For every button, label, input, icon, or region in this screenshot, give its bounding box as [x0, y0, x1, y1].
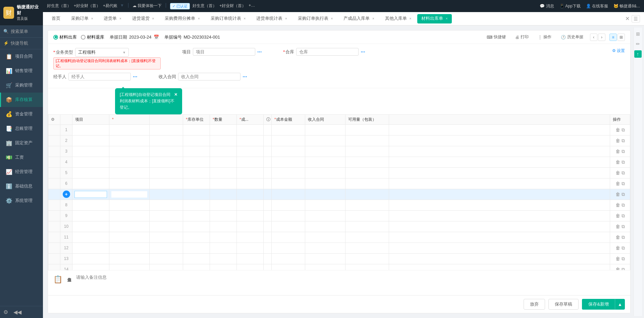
col-settings-icon[interactable]: ⚙	[51, 117, 55, 122]
row-material-cell[interactable]	[109, 178, 150, 189]
delete-row-btn[interactable]: 🗑	[615, 202, 620, 208]
link-haoyecai2[interactable]: +好业财（首）	[219, 3, 246, 9]
warehouse-input[interactable]	[296, 48, 359, 56]
project-input[interactable]	[193, 48, 255, 56]
tab-purchase-order[interactable]: 采购订单 ×	[66, 13, 98, 24]
delete-row-btn[interactable]: 🗑	[615, 159, 620, 165]
delete-row-btn[interactable]: 🗑	[615, 213, 620, 218]
delete-row-btn[interactable]: 🗑	[615, 267, 620, 270]
quick-nav[interactable]: ⚡ 快捷导航	[0, 38, 43, 49]
income-contract-input[interactable]	[178, 73, 240, 81]
discard-button[interactable]: 放弃	[524, 299, 545, 310]
row-material-cell[interactable]	[109, 243, 150, 253]
row-project-cell[interactable]	[72, 124, 109, 135]
row-project-cell[interactable]	[72, 200, 109, 210]
row-project-cell[interactable]	[72, 135, 109, 146]
save-new-button[interactable]: 保存&新增	[582, 299, 615, 310]
calendar-icon[interactable]: 📅	[154, 35, 159, 40]
tab-purchase-stats[interactable]: 采购订单统计表 ×	[206, 13, 250, 24]
right-icon-1[interactable]: ⊞	[634, 30, 642, 38]
th-settings[interactable]: ⚙	[48, 114, 60, 124]
delete-row-btn[interactable]: 🗑	[615, 224, 620, 229]
tab-return[interactable]: 进货退货 ×	[127, 13, 159, 24]
menu-btn[interactable]: ☰	[632, 15, 640, 22]
sidebar-item-system[interactable]: ⚙️ 系统管理	[0, 194, 43, 208]
copy-row-btn[interactable]: ⧉	[622, 245, 625, 251]
row-project-cell[interactable]	[72, 264, 109, 270]
delete-row-btn[interactable]: 🗑	[615, 127, 620, 132]
link-experience[interactable]: ☁ 我要体验一下	[132, 3, 162, 9]
copy-row-btn[interactable]: ⧉	[622, 159, 625, 165]
copy-row-btn[interactable]: ⧉	[622, 202, 625, 208]
row-material-input[interactable]	[111, 191, 147, 198]
project-dots-btn[interactable]: ···	[257, 49, 262, 55]
collapse-btn[interactable]: ◀◀	[13, 309, 21, 315]
sidebar-item-purchase[interactable]: 🛒 采购管理	[0, 78, 43, 93]
save-draft-button[interactable]: 保存草稿	[548, 299, 579, 310]
tab-purchase-exec[interactable]: 采购订单执行表 ×	[293, 13, 337, 24]
right-icon-green[interactable]: ↑	[634, 50, 642, 58]
sidebar-item-accounting[interactable]: 📑 总账管理	[0, 121, 43, 136]
handler-input[interactable]	[68, 73, 131, 81]
copy-row-btn[interactable]: ⧉	[622, 170, 625, 176]
message-btn[interactable]: 💬 消息	[540, 3, 554, 9]
copy-row-btn[interactable]: ⧉	[622, 224, 625, 229]
operations-btn[interactable]: ⋮ 操作	[535, 33, 554, 41]
link-haosy2[interactable]: 好生意（首）	[193, 3, 217, 9]
copy-row-btn[interactable]: ⧉	[622, 234, 625, 240]
grid-view-btn[interactable]: ⊞	[618, 34, 625, 41]
radio-material-out[interactable]: 材料出库	[53, 34, 77, 40]
handler-dots-btn[interactable]: ···	[133, 74, 137, 80]
sidebar-item-inventory[interactable]: 📦 库存核算	[0, 93, 43, 107]
row-project-cell[interactable]	[72, 210, 109, 221]
tab-finished-goods[interactable]: 产成品入库单 ×	[339, 13, 379, 24]
delete-row-btn[interactable]: 🗑	[615, 256, 620, 261]
save-new-dropdown-btn[interactable]: ▲	[615, 299, 625, 310]
delete-row-btn[interactable]: 🗑	[615, 170, 620, 175]
row-material-cell[interactable]	[109, 210, 150, 221]
link-yidaizhang[interactable]: +易代账	[103, 3, 117, 9]
copy-row-btn[interactable]: ⧉	[622, 181, 625, 187]
copy-row-btn[interactable]: ⧉	[622, 256, 625, 262]
tab-other-inbound[interactable]: 其他入库单 ×	[380, 13, 416, 24]
row-project-cell[interactable]	[72, 157, 109, 167]
row-material-cell[interactable]	[109, 189, 150, 200]
delete-row-btn[interactable]: 🗑	[615, 138, 620, 143]
sidebar-item-basic-info[interactable]: ℹ️ 基础信息	[0, 179, 43, 194]
row-project-cell[interactable]	[72, 253, 109, 264]
app-download-btn[interactable]: 📱 App下载	[559, 3, 581, 9]
list-view-btn[interactable]: ≡	[609, 34, 617, 41]
sidebar-item-salary[interactable]: 💵 工资	[0, 150, 43, 165]
copy-row-btn[interactable]: ⧉	[622, 138, 625, 144]
tab-purchase-split[interactable]: 采购费用分摊单 ×	[160, 13, 204, 24]
tab-material-outbound[interactable]: 材料出库单 ×	[417, 14, 451, 23]
row-material-cell[interactable]	[109, 200, 150, 210]
row-material-cell[interactable]	[109, 146, 150, 157]
row-project-cell[interactable]	[72, 189, 109, 200]
add-row-btn[interactable]: +	[63, 191, 70, 198]
copy-row-btn[interactable]: ⧉	[622, 213, 625, 219]
tab-incoming-stats[interactable]: 进货单统计表 ×	[252, 13, 291, 24]
row-material-cell[interactable]	[109, 232, 150, 243]
settings-bottom-btn[interactable]: ⚙	[3, 309, 8, 315]
copy-row-btn[interactable]: ⧉	[622, 192, 625, 197]
row-material-cell[interactable]	[109, 264, 150, 270]
next-arrow[interactable]: ›	[598, 34, 605, 41]
link-more[interactable]: +…	[249, 3, 255, 9]
copy-row-btn[interactable]: ⧉	[622, 127, 625, 133]
row-material-cell[interactable]	[109, 157, 150, 167]
prev-arrow[interactable]: ‹	[590, 34, 597, 41]
right-icon-edit[interactable]: ✏	[634, 40, 642, 48]
row-project-cell[interactable]	[72, 167, 109, 178]
search-menu[interactable]: 🔍 搜索菜单	[0, 26, 43, 38]
radio-material-return[interactable]: 材料退库	[81, 34, 104, 40]
row-material-cell[interactable]	[109, 253, 150, 264]
row-project-cell[interactable]	[72, 178, 109, 189]
online-service-btn[interactable]: 👤 在线客服	[586, 3, 608, 9]
row-project-input[interactable]	[74, 191, 107, 198]
sidebar-item-project[interactable]: 📋 项目合同	[0, 49, 43, 64]
copy-row-btn[interactable]: ⧉	[622, 267, 625, 270]
warehouse-dots-btn[interactable]: ···	[361, 49, 365, 55]
income-contract-dots-btn[interactable]: ···	[243, 74, 247, 80]
row-material-cell[interactable]	[109, 124, 150, 135]
